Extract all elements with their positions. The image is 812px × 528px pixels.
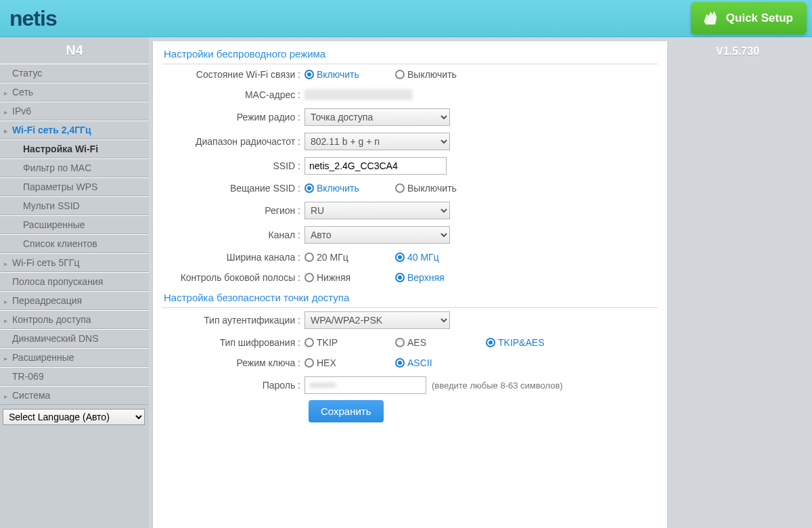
- radio-dot-icon: [304, 252, 314, 262]
- radio-wifi-enable[interactable]: Включить: [304, 69, 379, 80]
- select-radio-mode[interactable]: Точка доступа: [304, 108, 450, 126]
- nav-status[interactable]: Статус: [0, 64, 149, 83]
- label-keymode: Режим ключа :: [162, 357, 304, 368]
- clap-icon: [702, 9, 721, 28]
- row-mac: MAC-адрес :: [162, 85, 658, 105]
- input-ssid[interactable]: [304, 157, 447, 175]
- label-password: Пароль :: [162, 380, 304, 391]
- nav-bandwidth[interactable]: Полоса пропускания: [0, 272, 149, 291]
- radio-enc-both[interactable]: TKIP&AES: [486, 337, 560, 348]
- label-auth: Тип аутентификации :: [162, 315, 304, 326]
- model-label: N4: [0, 37, 149, 64]
- label-broadcast: Вещание SSID :: [162, 183, 304, 194]
- sidebar: N4 Статус Сеть IPv6 Wi-Fi сеть 2,4ГГц На…: [0, 37, 149, 528]
- radio-broadcast-off[interactable]: Выключить: [395, 183, 470, 194]
- nav-advanced[interactable]: Расширенные: [0, 348, 149, 367]
- password-hint: (введите любые 8-63 символов): [432, 380, 563, 391]
- row-broadcast: Вещание SSID : Включить Выключить: [162, 178, 658, 198]
- radio-enc-aes[interactable]: AES: [395, 337, 470, 348]
- radio-dot-icon: [304, 338, 314, 347]
- radio-dot-icon: [304, 183, 314, 193]
- header-bar: netis Quick Setup: [0, 0, 812, 37]
- nav-ipv6[interactable]: IPv6: [0, 102, 149, 120]
- body: N4 Статус Сеть IPv6 Wi-Fi сеть 2,4ГГц На…: [0, 37, 812, 528]
- row-auth: Тип аутентификации : WPA/WPA2-PSK: [162, 308, 658, 332]
- select-region[interactable]: RU: [304, 202, 450, 219]
- nav-ddns[interactable]: Динамический DNS: [0, 329, 149, 348]
- radio-width-20[interactable]: 20 МГц: [304, 252, 379, 263]
- radio-broadcast-on[interactable]: Включить: [304, 183, 379, 194]
- select-band[interactable]: 802.11 b + g + n: [304, 133, 450, 150]
- radio-dot-icon: [395, 273, 405, 282]
- section-security-title: Настройка безопасности точки доступа: [162, 288, 658, 308]
- radio-key-hex[interactable]: HEX: [304, 357, 379, 368]
- radio-width-40[interactable]: 40 МГц: [395, 252, 470, 263]
- row-band: Диапазон радиочастот : 802.11 b + g + n: [162, 129, 658, 154]
- radio-wifi-disable[interactable]: Выключить: [395, 69, 470, 80]
- radio-dot-icon: [486, 338, 495, 347]
- language-wrap: Select Language (Авто): [0, 405, 149, 429]
- label-wifi-state: Состояние Wi-Fi связи :: [162, 69, 304, 80]
- row-sideband: Контроль боковой полосы : Нижняя Верхняя: [162, 267, 658, 288]
- label-band: Диапазон радиочастот :: [162, 136, 304, 147]
- radio-dot-icon: [304, 358, 314, 368]
- label-radio-mode: Режим радио :: [162, 112, 304, 123]
- nav-wifi-24[interactable]: Wi-Fi сеть 2,4ГГц: [0, 120, 149, 139]
- radio-dot-icon: [304, 70, 314, 79]
- radio-dot-icon: [395, 183, 405, 193]
- radio-dot-icon: [395, 70, 405, 79]
- radio-sideband-lower[interactable]: Нижняя: [304, 272, 379, 283]
- section-wireless-title: Настройки беспроводного режима: [162, 44, 658, 64]
- nav-access-control[interactable]: Контроль доступа: [0, 310, 149, 329]
- row-password: Пароль : (введите любые 8-63 символов): [162, 373, 658, 397]
- row-channel: Канал : Авто: [162, 223, 658, 247]
- nav-menu: Статус Сеть IPv6 Wi-Fi сеть 2,4ГГц Настр…: [0, 64, 149, 405]
- save-button[interactable]: Сохранить: [309, 400, 384, 422]
- label-width: Ширина канала :: [162, 252, 304, 263]
- row-width: Ширина канала : 20 МГц 40 МГц: [162, 247, 658, 267]
- radio-dot-icon: [395, 358, 405, 368]
- nav-wifi-settings[interactable]: Настройка Wi-Fi: [0, 139, 149, 158]
- label-channel: Канал :: [162, 229, 304, 240]
- nav-mac-filter[interactable]: Фильтр по MAC: [0, 158, 149, 177]
- label-ssid: SSID :: [162, 160, 304, 171]
- radio-sideband-upper[interactable]: Верхняя: [395, 272, 470, 283]
- row-encryption: Тип шифрования : TKIP AES TKIP&AES: [162, 332, 658, 353]
- nav-wps[interactable]: Параметры WPS: [0, 177, 149, 196]
- select-channel[interactable]: Авто: [304, 226, 450, 244]
- settings-panel: Настройки беспроводного режима Состояние…: [153, 41, 667, 528]
- main-column: Настройки беспроводного режима Состояние…: [149, 37, 812, 528]
- quick-setup-button[interactable]: Quick Setup: [691, 2, 807, 35]
- row-keymode: Режим ключа : HEX ASCII: [162, 353, 658, 373]
- nav-tr069[interactable]: TR-069: [0, 367, 149, 386]
- quick-setup-label: Quick Setup: [726, 12, 793, 24]
- nav-multi-ssid[interactable]: Мульти SSID: [0, 196, 149, 215]
- language-select[interactable]: Select Language (Авто): [3, 409, 145, 425]
- mac-value: [304, 89, 413, 100]
- row-ssid: SSID :: [162, 154, 658, 178]
- nav-wifi-5[interactable]: Wi-Fi сеть 5ГГц: [0, 253, 149, 272]
- nav-system[interactable]: Система: [0, 386, 149, 405]
- label-mac: MAC-адрес :: [162, 89, 304, 100]
- input-password[interactable]: [304, 376, 426, 394]
- row-wifi-state: Состояние Wi-Fi связи : Включить Выключи…: [162, 64, 658, 85]
- radio-dot-icon: [395, 338, 405, 347]
- label-region: Регион :: [162, 205, 304, 216]
- version-label: V1.5.730: [667, 41, 808, 528]
- radio-key-ascii[interactable]: ASCII: [395, 357, 470, 368]
- row-region: Регион : RU: [162, 198, 658, 223]
- radio-enc-tkip[interactable]: TKIP: [304, 337, 379, 348]
- radio-dot-icon: [395, 252, 405, 262]
- nav-network[interactable]: Сеть: [0, 83, 149, 102]
- label-sideband: Контроль боковой полосы :: [162, 272, 304, 283]
- label-encryption: Тип шифрования :: [162, 337, 304, 348]
- nav-client-list[interactable]: Список клиентов: [0, 234, 149, 253]
- radio-dot-icon: [304, 273, 314, 282]
- nav-advanced-wifi[interactable]: Расширенные: [0, 215, 149, 234]
- row-radio-mode: Режим радио : Точка доступа: [162, 105, 658, 129]
- select-auth[interactable]: WPA/WPA2-PSK: [304, 311, 450, 329]
- nav-forwarding[interactable]: Переадресация: [0, 291, 149, 310]
- logo: netis: [5, 6, 57, 31]
